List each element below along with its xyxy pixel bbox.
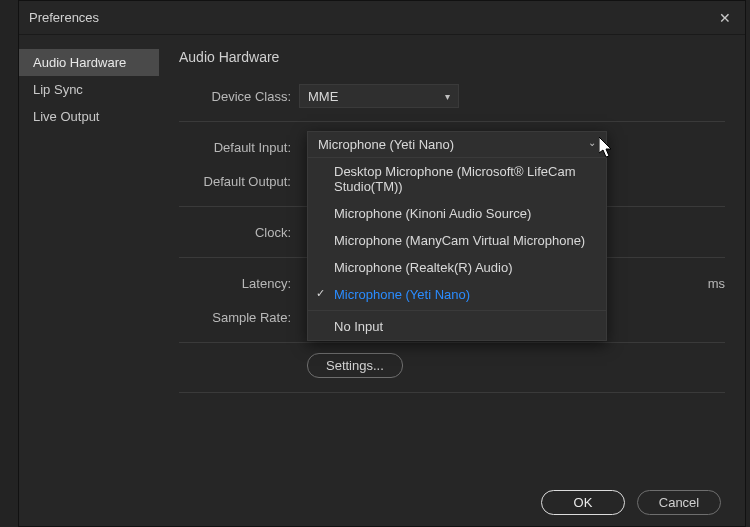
dropdown-option-label: No Input	[334, 319, 383, 334]
dropdown-option[interactable]: Microphone (Kinoni Audio Source)	[308, 200, 606, 227]
latency-label: Latency:	[179, 276, 299, 291]
chevron-down-icon: ▾	[445, 91, 450, 102]
dropdown-option-no-input[interactable]: No Input	[308, 313, 606, 340]
dropdown-option-label: Microphone (ManyCam Virtual Microphone)	[334, 233, 585, 248]
latency-unit: ms	[708, 276, 725, 291]
check-icon: ✓	[316, 287, 325, 300]
sidebar-item-live-output[interactable]: Live Output	[19, 103, 159, 130]
dialog-title: Preferences	[29, 10, 99, 25]
sidebar-item-label: Live Output	[33, 109, 100, 124]
dropdown-separator	[308, 310, 606, 311]
default-input-dropdown[interactable]: Microphone (Yeti Nano) ⌄ Desktop Microph…	[307, 131, 607, 341]
dialog-body: Audio Hardware Lip Sync Live Output Audi…	[19, 35, 745, 478]
close-icon[interactable]: ✕	[715, 10, 735, 26]
dropdown-option-label: Desktop Microphone (Microsoft® LifeCam S…	[334, 164, 576, 194]
dropdown-option-label: Microphone (Realtek(R) Audio)	[334, 260, 512, 275]
row-device-class: Device Class: MME ▾	[179, 81, 725, 111]
sidebar: Audio Hardware Lip Sync Live Output	[19, 35, 159, 478]
dropdown-option[interactable]: Desktop Microphone (Microsoft® LifeCam S…	[308, 158, 606, 200]
device-class-value: MME	[308, 89, 338, 104]
titlebar: Preferences ✕	[19, 1, 745, 35]
sidebar-item-audio-hardware[interactable]: Audio Hardware	[19, 49, 159, 76]
dropdown-option-selected[interactable]: ✓ Microphone (Yeti Nano)	[308, 281, 606, 308]
panel-title: Audio Hardware	[179, 49, 725, 65]
sidebar-item-label: Lip Sync	[33, 82, 83, 97]
divider	[179, 342, 725, 343]
settings-button[interactable]: Settings...	[307, 353, 403, 378]
cancel-button[interactable]: Cancel	[637, 490, 721, 515]
sample-rate-label: Sample Rate:	[179, 310, 299, 325]
default-output-label: Default Output:	[179, 174, 299, 189]
sidebar-item-lip-sync[interactable]: Lip Sync	[19, 76, 159, 103]
dropdown-option[interactable]: Microphone (ManyCam Virtual Microphone)	[308, 227, 606, 254]
dropdown-header[interactable]: Microphone (Yeti Nano) ⌄	[308, 132, 606, 158]
main-panel: Audio Hardware Device Class: MME ▾ Defau…	[159, 35, 745, 478]
dropdown-option[interactable]: Microphone (Realtek(R) Audio)	[308, 254, 606, 281]
device-class-select[interactable]: MME ▾	[299, 84, 459, 108]
sidebar-item-label: Audio Hardware	[33, 55, 126, 70]
dropdown-option-label: Microphone (Kinoni Audio Source)	[334, 206, 531, 221]
chevron-down-icon: ⌄	[588, 137, 596, 152]
divider	[179, 392, 725, 393]
clock-label: Clock:	[179, 225, 299, 240]
dialog-footer: OK Cancel	[19, 478, 745, 526]
preferences-dialog: Preferences ✕ Audio Hardware Lip Sync Li…	[18, 0, 746, 527]
default-input-label: Default Input:	[179, 140, 299, 155]
dropdown-option-label: Microphone (Yeti Nano)	[334, 287, 470, 302]
device-class-label: Device Class:	[179, 89, 299, 104]
divider	[179, 121, 725, 122]
dropdown-header-value: Microphone (Yeti Nano)	[318, 137, 454, 152]
ok-button[interactable]: OK	[541, 490, 625, 515]
